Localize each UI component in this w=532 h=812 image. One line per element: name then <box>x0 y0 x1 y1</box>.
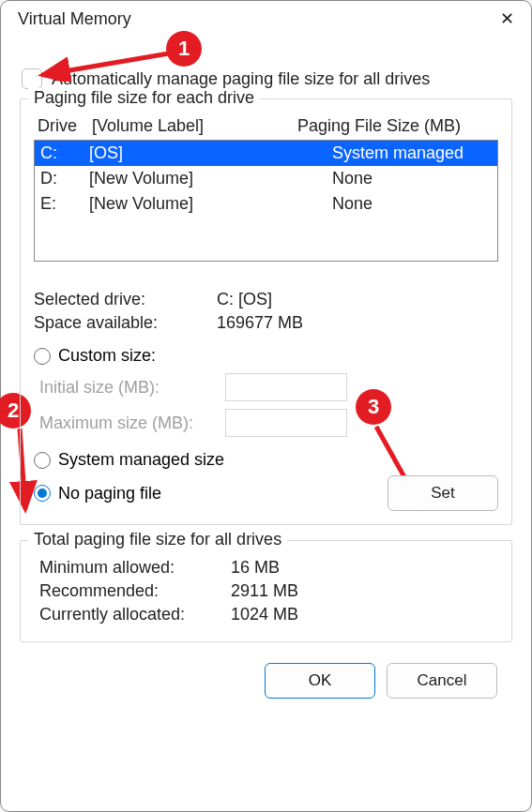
ok-button[interactable]: OK <box>265 663 375 699</box>
header-volume: [Volume Label] <box>92 116 297 136</box>
header-size: Paging File Size (MB) <box>297 116 494 136</box>
recommended-label: Recommended: <box>34 581 231 601</box>
auto-manage-label: Automatically manage paging file size fo… <box>52 69 430 89</box>
drive-volume: [New Volume] <box>89 194 304 214</box>
custom-size-radio[interactable] <box>34 348 51 365</box>
selected-drive-label: Selected drive: <box>34 290 217 309</box>
drive-list[interactable]: C: [OS] System managed D: [New Volume] N… <box>34 140 498 262</box>
min-allowed-value: 16 MB <box>231 558 280 578</box>
auto-manage-checkbox[interactable] <box>22 68 42 89</box>
drive-size: None <box>304 169 492 188</box>
custom-size-label: Custom size: <box>58 346 156 366</box>
space-available-label: Space available: <box>34 313 217 333</box>
initial-size-input[interactable] <box>225 373 347 401</box>
per-drive-group: Paging file size for each drive Drive [V… <box>20 98 512 525</box>
maximum-size-label: Maximum size (MB): <box>39 414 218 433</box>
currently-allocated-value: 1024 MB <box>231 605 298 624</box>
drive-row[interactable]: C: [OS] System managed <box>35 141 497 166</box>
per-drive-legend: Paging file size for each drive <box>28 88 260 108</box>
currently-allocated-label: Currently allocated: <box>34 605 231 624</box>
annotation-badge-1: 1 <box>166 31 202 67</box>
selected-drive-value: C: [OS] <box>217 290 272 309</box>
drive-letter: D: <box>40 169 89 188</box>
no-paging-file-label: No paging file <box>58 484 161 504</box>
min-allowed-label: Minimum allowed: <box>34 558 231 578</box>
drive-row[interactable]: E: [New Volume] None <box>35 191 497 217</box>
drive-table-header: Drive [Volume Label] Paging File Size (M… <box>34 111 498 140</box>
drive-volume: [New Volume] <box>89 169 304 188</box>
window-title: Virtual Memory <box>18 9 131 29</box>
drive-row[interactable]: D: [New Volume] None <box>35 166 497 191</box>
drive-letter: E: <box>40 194 89 214</box>
drive-size: System managed <box>304 143 492 163</box>
system-managed-radio[interactable] <box>34 452 51 469</box>
drive-size: None <box>304 194 492 214</box>
recommended-value: 2911 MB <box>231 581 298 601</box>
virtual-memory-dialog: Virtual Memory ✕ 1 2 3 Automatically man… <box>0 0 532 812</box>
close-icon[interactable]: ✕ <box>494 8 520 29</box>
no-paging-file-radio[interactable] <box>34 485 51 502</box>
initial-size-label: Initial size (MB): <box>39 378 218 398</box>
total-group: Total paging file size for all drives Mi… <box>20 540 512 642</box>
system-managed-label: System managed size <box>58 450 224 470</box>
title-bar: Virtual Memory ✕ <box>1 1 531 33</box>
cancel-button[interactable]: Cancel <box>387 663 497 699</box>
total-legend: Total paging file size for all drives <box>28 530 287 549</box>
drive-letter: C: <box>40 143 89 163</box>
header-drive: Drive <box>38 116 92 136</box>
maximum-size-input[interactable] <box>225 409 347 437</box>
drive-volume: [OS] <box>89 143 304 163</box>
set-button[interactable]: Set <box>388 475 498 511</box>
space-available-value: 169677 MB <box>217 313 303 333</box>
